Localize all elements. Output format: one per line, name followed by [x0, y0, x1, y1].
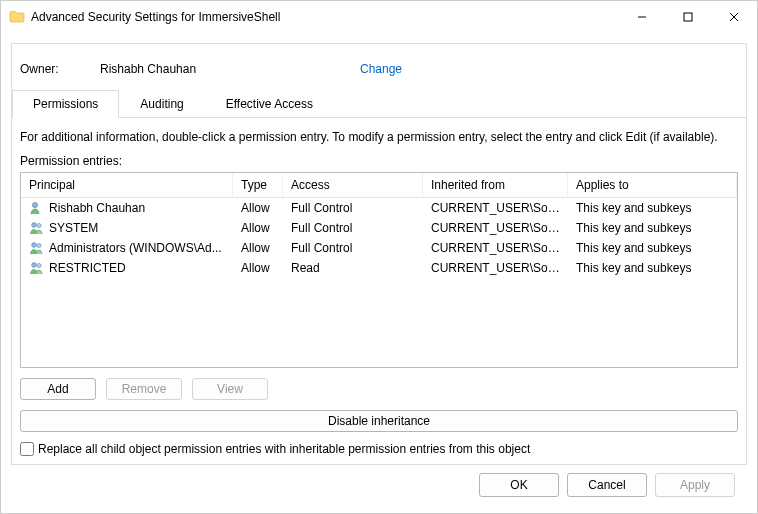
type-text: Allow [233, 259, 283, 277]
svg-rect-0 [684, 13, 692, 21]
svg-point-6 [32, 263, 37, 268]
table-row[interactable]: Rishabh ChauhanAllowFull ControlCURRENT_… [21, 198, 737, 218]
applies-text: This key and subkeys [568, 199, 737, 217]
grid-rows: Rishabh ChauhanAllowFull ControlCURRENT_… [21, 198, 737, 278]
access-text: Full Control [283, 239, 423, 257]
owner-row: Owner: Rishabh Chauhan Change [12, 44, 746, 90]
dialog-buttons: OK Cancel Apply [11, 465, 747, 505]
permission-grid: Principal Type Access Inherited from App… [20, 172, 738, 368]
window: Advanced Security Settings for Immersive… [0, 0, 758, 514]
access-text: Full Control [283, 199, 423, 217]
access-text: Read [283, 259, 423, 277]
col-type[interactable]: Type [233, 173, 283, 197]
inherited-text: CURRENT_USER\Softw... [423, 239, 568, 257]
principal-text: Administrators (WINDOWS\Ad... [49, 241, 222, 255]
replace-child-row[interactable]: Replace all child object permission entr… [20, 442, 738, 456]
group-icon [29, 241, 45, 255]
titlebar: Advanced Security Settings for Immersive… [1, 1, 757, 33]
ok-button[interactable]: OK [479, 473, 559, 497]
principal-text: SYSTEM [49, 221, 98, 235]
apply-button[interactable]: Apply [655, 473, 735, 497]
add-button[interactable]: Add [20, 378, 96, 400]
tab-effective-access[interactable]: Effective Access [205, 90, 334, 118]
applies-text: This key and subkeys [568, 259, 737, 277]
permission-entries-label: Permission entries: [20, 154, 738, 168]
applies-text: This key and subkeys [568, 219, 737, 237]
svg-point-4 [32, 243, 37, 248]
user-icon [29, 201, 45, 215]
replace-child-checkbox[interactable] [20, 442, 34, 456]
instruction-text: For additional information, double-click… [20, 130, 738, 144]
maximize-button[interactable] [665, 1, 711, 33]
applies-text: This key and subkeys [568, 239, 737, 257]
remove-button[interactable]: Remove [106, 378, 182, 400]
disable-inheritance-row: Disable inheritance [20, 406, 738, 442]
svg-point-2 [32, 223, 37, 228]
type-text: Allow [233, 219, 283, 237]
col-applies[interactable]: Applies to [568, 173, 737, 197]
disable-inheritance-button[interactable]: Disable inheritance [20, 410, 738, 432]
tabs: Permissions Auditing Effective Access [12, 90, 746, 118]
grid-header: Principal Type Access Inherited from App… [21, 173, 737, 198]
access-text: Full Control [283, 219, 423, 237]
owner-label: Owner: [20, 62, 100, 76]
folder-icon [9, 9, 25, 25]
minimize-button[interactable] [619, 1, 665, 33]
cancel-button[interactable]: Cancel [567, 473, 647, 497]
table-row[interactable]: SYSTEMAllowFull ControlCURRENT_USER\Soft… [21, 218, 737, 238]
svg-point-7 [37, 263, 41, 267]
panel: Owner: Rishabh Chauhan Change Permission… [11, 43, 747, 465]
svg-point-5 [37, 243, 41, 247]
type-text: Allow [233, 199, 283, 217]
inherited-text: CURRENT_USER\Softw... [423, 259, 568, 277]
close-button[interactable] [711, 1, 757, 33]
type-text: Allow [233, 239, 283, 257]
svg-point-3 [37, 223, 41, 227]
change-owner-link[interactable]: Change [360, 62, 402, 76]
window-title: Advanced Security Settings for Immersive… [31, 10, 280, 24]
inherited-text: CURRENT_USER\Softw... [423, 199, 568, 217]
replace-child-label: Replace all child object permission entr… [38, 442, 530, 456]
table-row[interactable]: Administrators (WINDOWS\Ad...AllowFull C… [21, 238, 737, 258]
group-icon [29, 261, 45, 275]
owner-value: Rishabh Chauhan [100, 62, 360, 76]
col-inherited[interactable]: Inherited from [423, 173, 568, 197]
view-button[interactable]: View [192, 378, 268, 400]
inherited-text: CURRENT_USER\Softw... [423, 219, 568, 237]
tab-auditing[interactable]: Auditing [119, 90, 204, 118]
content: Owner: Rishabh Chauhan Change Permission… [1, 33, 757, 513]
tab-permissions[interactable]: Permissions [12, 90, 119, 118]
group-icon [29, 221, 45, 235]
col-access[interactable]: Access [283, 173, 423, 197]
principal-text: RESTRICTED [49, 261, 126, 275]
col-principal[interactable]: Principal [21, 173, 233, 197]
svg-point-1 [32, 202, 37, 207]
entry-buttons: Add Remove View [20, 368, 738, 406]
tab-body: For additional information, double-click… [12, 118, 746, 464]
principal-text: Rishabh Chauhan [49, 201, 145, 215]
table-row[interactable]: RESTRICTEDAllowReadCURRENT_USER\Softw...… [21, 258, 737, 278]
